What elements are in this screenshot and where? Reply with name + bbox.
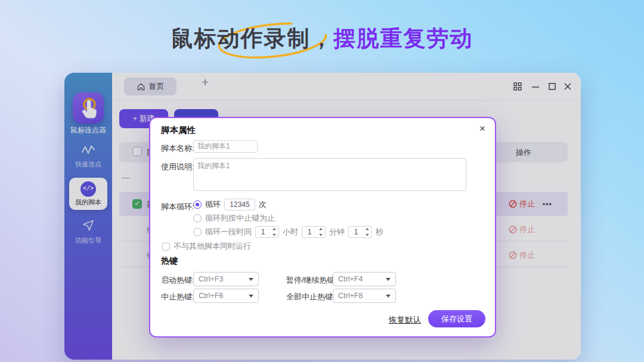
script-name-label: 脚本名称: — [161, 143, 194, 154]
loop-count-suffix: 次 — [259, 199, 267, 210]
dialog-title: 脚本属性 — [161, 125, 196, 136]
description-label: 使用说明: — [161, 162, 194, 172]
stop-all-hotkey-label: 全部中止热键: — [286, 292, 335, 302]
restore-defaults-link[interactable]: 恢复默认 — [389, 315, 421, 326]
script-properties-dialog: 脚本属性 × 脚本名称: 使用说明: 我的脚本1 脚本循环: 循环 次 循环到按… — [149, 117, 496, 338]
minutes-stepper[interactable]: 1 — [302, 226, 326, 238]
exclusive-run-label: 不与其他脚本同时运行 — [174, 241, 251, 252]
start-hotkey-value: Ctrl+F3 — [199, 275, 223, 283]
hotkey-section-title: 热键 — [161, 256, 178, 267]
radio-icon[interactable] — [193, 228, 202, 236]
spinner-arrows-icon[interactable] — [318, 228, 324, 236]
seconds-value: 1 — [349, 227, 363, 237]
script-name-input[interactable] — [193, 140, 258, 153]
hours-stepper[interactable]: 1 — [255, 226, 279, 238]
start-hotkey-label: 启动热键: — [161, 275, 194, 286]
pause-hotkey-select[interactable]: Ctrl+F4 — [333, 272, 396, 286]
exclusive-run-option[interactable]: 不与其他脚本同时运行 — [162, 240, 251, 252]
hours-unit: 小时 — [283, 227, 298, 237]
seconds-unit: 秒 — [376, 227, 383, 237]
radio-selected-icon[interactable] — [193, 200, 202, 209]
loop-count-option[interactable]: 循环 次 — [193, 199, 267, 211]
loop-count-prefix: 循环 — [205, 199, 221, 210]
start-hotkey-select[interactable]: Ctrl+F3 — [193, 272, 259, 286]
minutes-value: 1 — [302, 227, 317, 237]
spinner-arrows-icon[interactable] — [364, 228, 370, 236]
page-title-accent: 摆脱重复劳动 — [334, 26, 473, 51]
stop-hotkey-value: Ctrl+F6 — [199, 292, 223, 300]
pause-hotkey-label: 暂停/继续热键: — [286, 275, 337, 286]
dialog-close-button[interactable]: × — [479, 123, 485, 135]
loop-label: 脚本循环: — [161, 202, 194, 212]
checkbox-icon[interactable] — [162, 243, 170, 250]
loop-until-stop-label: 循环到按中止键为止 — [205, 213, 275, 224]
stop-hotkey-select[interactable]: Ctrl+F6 — [193, 289, 259, 303]
minutes-unit: 分钟 — [329, 227, 345, 237]
radio-icon[interactable] — [193, 214, 202, 222]
loop-duration-option[interactable]: 循环一段时间 1 小时 1 分钟 1 秒 — [193, 226, 383, 238]
stop-all-hotkey-value: Ctrl+F8 — [338, 292, 363, 300]
page-title: 鼠标动作录制，摆脱重复劳动 — [0, 24, 644, 54]
loop-duration-label: 循环一段时间 — [205, 227, 252, 237]
stop-all-hotkey-select[interactable]: Ctrl+F8 — [333, 289, 396, 303]
stop-hotkey-label: 中止热键: — [161, 292, 194, 302]
loop-until-stop-option[interactable]: 循环到按中止键为止 — [193, 212, 275, 224]
seconds-stepper[interactable]: 1 — [348, 226, 372, 238]
loop-count-input[interactable] — [224, 199, 255, 211]
description-textarea[interactable]: 我的脚本1 — [193, 158, 466, 191]
page-title-dark: 鼠标动作录制， — [171, 26, 334, 51]
save-settings-button[interactable]: 保存设置 — [428, 310, 485, 327]
spinner-arrows-icon[interactable] — [271, 228, 277, 236]
hours-value: 1 — [256, 227, 270, 237]
pause-hotkey-value: Ctrl+F4 — [338, 275, 363, 283]
